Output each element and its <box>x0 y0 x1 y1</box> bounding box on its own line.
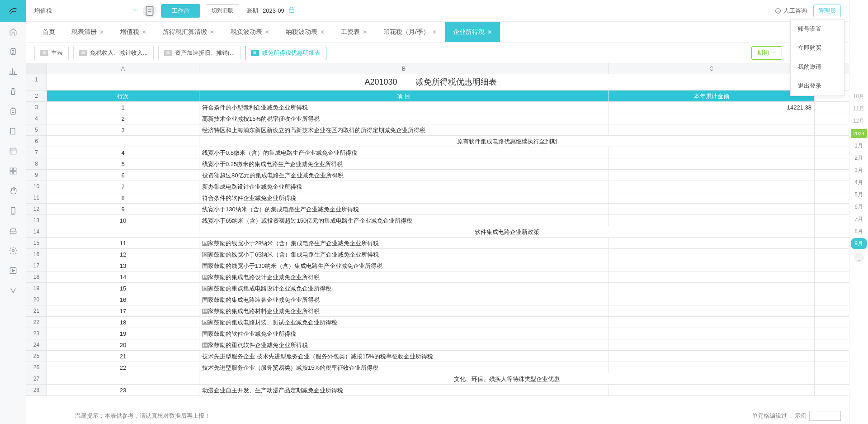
row-header[interactable]: 8 <box>26 158 47 169</box>
cell[interactable] <box>609 124 815 135</box>
cell[interactable]: 国家鼓励的软件企业减免企业所得税 <box>199 328 609 339</box>
rail-inbox-icon[interactable] <box>0 221 26 241</box>
rail-grid-icon[interactable] <box>0 161 26 181</box>
rail-v-icon[interactable] <box>0 281 26 300</box>
cell[interactable]: 19 <box>47 328 199 339</box>
workspace-button[interactable]: 工作台 <box>161 4 200 18</box>
row-header[interactable]: 21 <box>26 305 47 316</box>
month-item[interactable]: 2月 <box>851 152 867 164</box>
cell[interactable]: 经济特区和上海浦东新区新设立的高新技术企业在区内取得的所得定期减免企业所得税 <box>199 124 609 135</box>
row-header[interactable]: 16 <box>26 249 47 260</box>
row-header[interactable]: 19 <box>26 283 47 294</box>
cell[interactable]: 7 <box>47 181 199 192</box>
cell[interactable]: 投资额超过80亿元的集成电路生产企业减免企业所得税 <box>199 170 609 181</box>
month-item[interactable]: 1月 <box>851 140 867 152</box>
tax-type-selector[interactable]: 增值税 ﹀ <box>34 7 138 15</box>
rail-play-icon[interactable] <box>0 261 26 281</box>
cell[interactable]: 动漫企业自主开发、生产动漫产品定期减免企业所得税 <box>199 385 609 395</box>
consult-link[interactable]: 人工咨询 <box>774 7 807 15</box>
row-header[interactable]: 26 <box>26 362 47 373</box>
row-header[interactable]: 13 <box>26 215 47 226</box>
cell[interactable] <box>609 294 815 305</box>
document-tab[interactable]: 首页 <box>34 22 63 42</box>
cell[interactable]: 国家鼓励的线宽小于130纳米（含）集成电路生产企业减免企业所得税 <box>199 260 609 271</box>
cell[interactable]: 1 <box>47 102 199 113</box>
cell[interactable] <box>609 283 815 294</box>
cell[interactable]: 国家鼓励的线宽小于28纳米（含）集成电路生产企业减免企业所得税 <box>199 238 609 248</box>
calendar-icon[interactable] <box>288 6 295 15</box>
cell[interactable]: 行次 <box>47 91 199 101</box>
cell[interactable] <box>609 192 815 203</box>
document-tab[interactable]: 印花税（月/季）✕ <box>375 22 445 42</box>
month-item[interactable]: 8月 <box>851 226 867 237</box>
cell[interactable]: 国家鼓励的集成电路设计企业减免企业所得税 <box>199 272 609 282</box>
row-header[interactable]: 18 <box>26 272 47 282</box>
cell[interactable]: 线宽小于65纳米（含）或投资额超过150亿元的集成电路生产企业减免企业所得税 <box>199 215 609 226</box>
rail-jar-icon[interactable] <box>0 81 26 101</box>
cell[interactable]: 8 <box>47 192 199 203</box>
cell[interactable] <box>609 170 815 181</box>
month-item[interactable]: 9月 <box>851 238 867 249</box>
rail-clipboard-icon[interactable] <box>0 101 26 121</box>
cell[interactable]: 6 <box>47 170 199 181</box>
cell[interactable] <box>609 362 815 373</box>
document-tab[interactable]: 税负波动表✕ <box>222 22 278 42</box>
admin-menu-item[interactable]: 立即购买 <box>791 38 844 57</box>
row-header[interactable]: 27 <box>26 373 47 384</box>
column-header[interactable]: A <box>47 63 199 74</box>
column-header[interactable]: C <box>609 63 815 74</box>
rail-phone-icon[interactable] <box>0 201 26 221</box>
cell[interactable]: 项 目 <box>199 91 609 101</box>
row-header[interactable]: 9 <box>26 170 47 181</box>
cell[interactable]: 文化、环保、残疾人等特殊类型企业优惠 <box>199 373 815 384</box>
cell[interactable]: 高新技术企业减按15%的税率征收企业所得税 <box>199 113 609 124</box>
month-item[interactable]: 12月 <box>851 115 867 127</box>
close-icon[interactable]: ✕ <box>320 29 325 35</box>
cell[interactable] <box>609 249 815 260</box>
cell[interactable] <box>609 147 815 158</box>
rail-chart-icon[interactable] <box>0 62 26 81</box>
document-tab[interactable]: 企业所得税✕ <box>445 22 500 42</box>
cell[interactable]: 符合条件的小型微利企业减免企业所得税 <box>199 102 609 113</box>
admin-menu-item[interactable]: 账号设置 <box>791 19 844 38</box>
cell[interactable]: 线宽小于130纳米（含）的集成电路生产企业减免企业所得税 <box>199 204 609 214</box>
row-header[interactable]: 11 <box>26 192 47 203</box>
row-header[interactable]: 3 <box>26 102 47 113</box>
cell[interactable]: 17 <box>47 305 199 316</box>
cell[interactable]: 9 <box>47 204 199 214</box>
grid-corner[interactable] <box>26 63 47 74</box>
cell[interactable]: 新办集成电路设计企业减免企业所得税 <box>199 181 609 192</box>
sheet-tab[interactable]: ▦资产加速折旧、摊销(... <box>158 46 241 60</box>
app-logo[interactable] <box>0 0 26 22</box>
month-item[interactable]: 10月 <box>851 91 867 102</box>
month-item[interactable]: 4月 <box>851 177 867 188</box>
cell[interactable]: 本年累计金额 <box>609 91 815 101</box>
document-tab[interactable]: 所得税汇算清缴✕ <box>155 22 222 42</box>
cell[interactable] <box>609 158 815 169</box>
close-icon[interactable]: ✕ <box>432 29 437 35</box>
cell[interactable] <box>47 373 199 384</box>
cell[interactable] <box>609 317 815 328</box>
year-badge[interactable]: 2023 <box>851 129 867 138</box>
cell[interactable]: 线宽小于0.8微米（含）的集成电路生产企业减免企业所得税 <box>199 147 609 158</box>
row-header[interactable]: 14 <box>26 226 47 237</box>
cell[interactable]: 3 <box>47 124 199 135</box>
cell[interactable] <box>609 215 815 226</box>
cell[interactable]: 10 <box>47 215 199 226</box>
period-start-pill[interactable]: 期初 ﹀ <box>751 46 782 60</box>
cell[interactable]: 12 <box>47 249 199 260</box>
row-header[interactable]: 25 <box>26 351 47 362</box>
month-item[interactable]: 6月 <box>851 201 867 213</box>
cell[interactable]: 11 <box>47 238 199 248</box>
close-icon[interactable]: ✕ <box>142 29 146 35</box>
cell[interactable]: 技术先进型服务企业 技术先进型服务企业（服务外包类）减按15%的税率征收企业所得… <box>199 351 609 362</box>
cell[interactable]: 4 <box>47 147 199 158</box>
cell[interactable] <box>609 351 815 362</box>
cell[interactable]: 22 <box>47 362 199 373</box>
admin-menu-item[interactable]: 我的邀请 <box>791 57 844 76</box>
document-tab[interactable]: 纳税波动表✕ <box>278 22 333 42</box>
cell[interactable]: 国家鼓励的重点集成电路设计企业减免企业所得税 <box>199 283 609 294</box>
close-icon[interactable]: ✕ <box>210 29 214 35</box>
cell[interactable]: 14221.38 <box>609 102 815 113</box>
month-scroll-down-icon[interactable]: ⌄ <box>854 252 864 262</box>
